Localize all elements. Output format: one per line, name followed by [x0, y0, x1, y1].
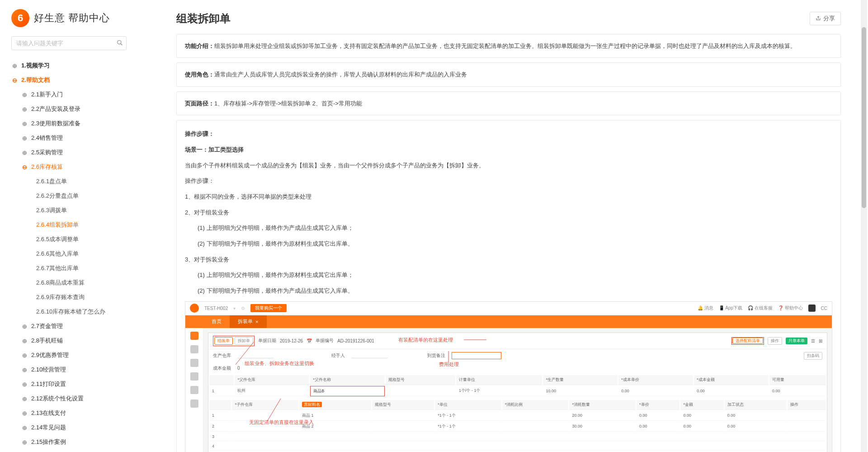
nav-item[interactable]: ⊕2.8手机旺铺: [11, 333, 127, 348]
annotation: 费用处理: [439, 361, 459, 368]
nav-label: 2.6.2分量盘点单: [36, 192, 79, 200]
steps-card: 操作步骤： 场景一：加工类型选择 当由多个子件材料组装成一个成品的业务为【组装】…: [176, 120, 841, 452]
nav-item[interactable]: 2.6.7其他出库单: [11, 261, 127, 276]
role-text: 通常由生产人员或库管人员完成拆装业务的操作，库管人员确认原材料的出库和产成品的入…: [214, 71, 467, 78]
nav-label: 2.13在线支付: [31, 409, 66, 417]
expand-icon: ⊕: [21, 410, 28, 416]
nav-label: 2.6.4组装拆卸单: [36, 221, 79, 229]
nav-label: 2.帮助文档: [21, 76, 50, 84]
expand-icon: ⊕: [21, 352, 28, 358]
search-icon[interactable]: [117, 39, 123, 47]
illustration: TEST-H002 ▾ ⚙ 我要购买一个 🔔 消息 📱 App下载 🎧 在线客服…: [185, 301, 832, 452]
role-label: 使用角色：: [185, 71, 214, 78]
nav-label: 2.6库存核算: [31, 163, 63, 171]
nav-label: 2.1新手入门: [31, 90, 63, 99]
nav-item[interactable]: 2.6.6其他入库单: [11, 247, 127, 261]
expand-icon: ⊕: [21, 381, 28, 387]
nav-label: 2.6.10库存账本错了怎么办: [36, 308, 105, 316]
share-button[interactable]: 分享: [810, 12, 841, 25]
nav-item[interactable]: ⊕2.4销售管理: [11, 131, 127, 145]
nav-item[interactable]: 2.6.2分量盘点单: [11, 189, 127, 203]
nav-item[interactable]: 2.6.3调拨单: [11, 203, 127, 218]
nav-label: 2.8手机旺铺: [31, 337, 63, 345]
expand-icon: ⊕: [21, 149, 28, 156]
step-sub: (1) 上部明细为父件明细，最终作为产成品生成其它入库单；: [185, 223, 832, 234]
nav-label: 2.15操作案例: [31, 438, 66, 446]
search-input[interactable]: [11, 36, 127, 50]
nav-item[interactable]: 2.6.5成本调整单: [11, 232, 127, 247]
site-title: 好生意 帮助中心: [34, 11, 110, 25]
nav-item[interactable]: 2.6.8商品成本重算: [11, 276, 127, 290]
illus-buy-btn: 我要购买一个: [250, 304, 287, 312]
illus-nav: 首页 拆装单 ×: [185, 315, 832, 328]
illus-body: 组装单拆卸单 单据日期2019-12-26📅 单据编号AD-20191226-0…: [185, 328, 832, 452]
nav-item[interactable]: ⊖2.6库存核算: [11, 160, 127, 174]
nav-item[interactable]: 2.6.10库存账本错了怎么办: [11, 305, 127, 319]
intro-label: 功能介绍：: [185, 43, 214, 49]
nav-label: 2.4销售管理: [31, 134, 63, 142]
nav-label: 2.12系统个性化设置: [31, 395, 84, 403]
nav-label: 2.7资金管理: [31, 322, 63, 330]
nav-item[interactable]: ⊕2.15操作案例: [11, 435, 127, 449]
svg-point-0: [118, 40, 121, 44]
nav-item[interactable]: ⊕2.1新手入门: [11, 87, 127, 102]
intro-card: 功能介绍：组装拆卸单用来处理企业组装或拆卸等加工业务，支持有固定装配清单的产品加…: [176, 34, 841, 58]
logo-row: 6 好生意 帮助中心: [11, 9, 127, 27]
svg-line-3: [236, 342, 254, 365]
expand-icon: ⊕: [21, 91, 28, 98]
nav-label: 2.11打印设置: [31, 380, 66, 388]
nav-item[interactable]: 2.6.4组装拆卸单: [11, 218, 127, 232]
step-text: 1、根据不同的业务，选择不同单据的类型来处理: [185, 191, 832, 203]
scrollbar-thumb[interactable]: [862, 27, 866, 208]
nav-item[interactable]: ⊕2.5采购管理: [11, 145, 127, 160]
scenario-heading: 场景一：加工类型选择: [185, 144, 832, 156]
nav-label: 2.6.8商品成本重算: [36, 279, 85, 287]
nav-item[interactable]: ⊕2.3使用前数据准备: [11, 116, 127, 131]
illus-sidebar: [185, 328, 203, 452]
nav-label: 2.3使用前数据准备: [31, 119, 80, 128]
expand-icon: ⊕: [21, 338, 28, 344]
nav-item[interactable]: ⊕2.12系统个性化设置: [11, 391, 127, 406]
nav-item[interactable]: 2.6.9库存账本查询: [11, 290, 127, 305]
step-sub: (2) 下部明细为子件明细，最终作为原材料生成其它出库单。: [185, 238, 832, 250]
sidebar: 6 好生意 帮助中心 ⊕1.视频学习⊖2.帮助文档⊕2.1新手入门⊕2.2产品安…: [0, 0, 136, 452]
nav-item[interactable]: ⊖2.帮助文档: [11, 73, 127, 87]
role-card: 使用角色：通常由生产人员或库管人员完成拆装业务的操作，库管人员确认原材料的出库和…: [176, 62, 841, 86]
nav-item[interactable]: ⊕1.视频学习: [11, 58, 127, 73]
nav-label: 2.14常见问题: [31, 423, 66, 432]
logo-icon: 6: [11, 9, 29, 27]
nav-item[interactable]: ⊕2.9优惠券管理: [11, 348, 127, 362]
nav-item[interactable]: 2.6.1盘点单: [11, 174, 127, 189]
expand-icon: ⊕: [11, 62, 18, 69]
step-text: 操作步骤：: [185, 176, 832, 187]
illus-tab-doc: 拆装单 ×: [230, 315, 267, 328]
collapse-icon: ⊖: [11, 77, 18, 83]
nav-item[interactable]: ⊕2.11打印设置: [11, 377, 127, 391]
step-text: 2、对于组装业务: [185, 207, 832, 219]
title-row: 组装拆卸单 分享: [176, 11, 841, 26]
nav-label: 2.5采购管理: [31, 148, 63, 157]
page-title: 组装拆卸单: [176, 11, 231, 26]
nav-label: 1.视频学习: [21, 62, 50, 70]
search-wrap: [11, 36, 127, 50]
nav-label: 2.6.1盘点单: [36, 177, 67, 186]
share-label: 分享: [823, 14, 835, 23]
nav-item[interactable]: ⊕2.10经营管理: [11, 362, 127, 377]
step-text: 当由多个子件材料组装成一个成品的业务为【组装】业务，当由一个父件拆分成多个子产品…: [185, 160, 832, 171]
nav-label: 2.6.7其他出库单: [36, 264, 79, 272]
nav-item[interactable]: ⊕2.7资金管理: [11, 319, 127, 333]
illus-logo-icon: [190, 304, 199, 313]
nav-item[interactable]: ⊕2.14常见问题: [11, 420, 127, 435]
nav-tree: ⊕1.视频学习⊖2.帮助文档⊕2.1新手入门⊕2.2产品安装及登录⊕2.3使用前…: [11, 58, 127, 449]
scrollbar[interactable]: [861, 0, 867, 452]
nav-item[interactable]: ⊕2.2产品安装及登录: [11, 102, 127, 116]
main-content: 组装拆卸单 分享 功能介绍：组装拆卸单用来处理企业组装或拆卸等加工业务，支持有固…: [136, 0, 868, 452]
nav-label: 2.2产品安装及登录: [31, 105, 80, 113]
expand-icon: ⊕: [21, 323, 28, 329]
step-sub: (2) 下部明细为子件明细，最终作为产成品生成其它入库单。: [185, 285, 832, 297]
nav-item[interactable]: ⊕2.13在线支付: [11, 406, 127, 420]
expand-icon: ⊕: [21, 439, 28, 445]
illus-tab-home: 首页: [203, 315, 230, 328]
nav-label: 2.6.9库存账本查询: [36, 293, 85, 301]
step-sub: (1) 上部明细为父件明细，最终作为原材料生成其它出库单；: [185, 270, 832, 281]
